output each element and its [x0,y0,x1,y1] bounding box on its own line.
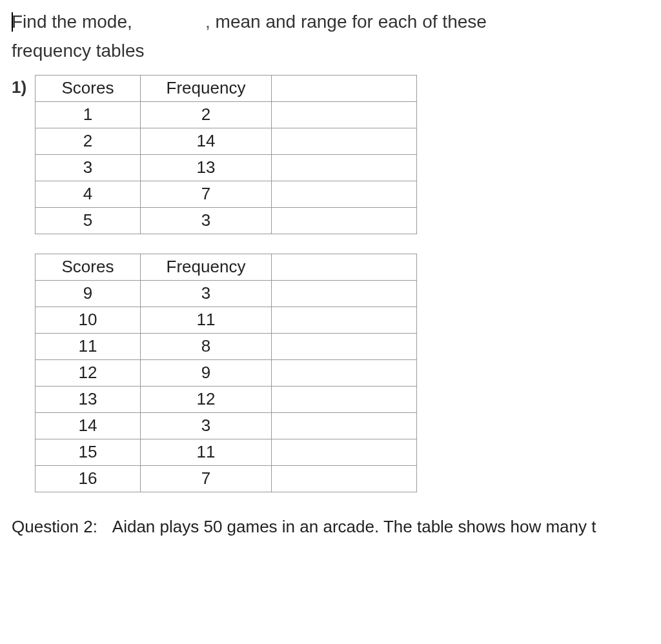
cell-score: 1 [36,101,141,128]
cell-score: 15 [36,439,141,465]
cell-score: 3 [36,154,141,181]
table-row: 10 11 [36,307,417,333]
table-row: 9 3 [36,280,417,307]
cell-score: 13 [36,386,141,412]
blank-cell [272,128,417,154]
cell-freq: 9 [141,359,272,386]
question-2-text: Aidan plays 50 games in an arcade. The t… [112,517,596,536]
table-row: Scores Frequency [36,75,417,101]
frequency-table-2: Scores Frequency 9 3 10 11 11 8 12 9 13 … [35,254,417,492]
table-row: 3 13 [36,154,417,181]
table-row: 12 9 [36,359,417,386]
cell-score: 14 [36,412,141,439]
blank-cell [272,412,417,439]
cell-score: 2 [36,128,141,154]
cell-freq: 3 [141,280,272,307]
table-row: 11 8 [36,333,417,359]
table-row: 2 14 [36,128,417,154]
header-scores: Scores [36,254,141,280]
cell-score: 4 [36,181,141,207]
blank-cell [272,359,417,386]
cell-freq: 14 [141,128,272,154]
prompt-line2: frequency tables [12,37,656,66]
cell-freq: 7 [141,465,272,492]
question-prompt: Find the mode, , mean and range for each… [12,8,656,66]
blank-cell [272,465,417,492]
prompt-line1-part2: , mean and range for each of these [205,8,487,37]
table-row: 1 2 [36,101,417,128]
table-row: 15 11 [36,439,417,465]
cell-score: 11 [36,333,141,359]
blank-cell [272,333,417,359]
table-row: 5 3 [36,207,417,234]
cell-freq: 11 [141,439,272,465]
cell-freq: 11 [141,307,272,333]
table-row: 14 3 [36,412,417,439]
cell-score: 5 [36,207,141,234]
header-frequency: Frequency [141,254,272,280]
table-row: 4 7 [36,181,417,207]
blank-cell [272,280,417,307]
blank-cell [272,154,417,181]
blank-cell [272,254,417,280]
blank-cell [272,307,417,333]
cell-score: 10 [36,307,141,333]
header-frequency: Frequency [141,75,272,101]
question-2-label: Question 2: [12,517,108,537]
table-row: Scores Frequency [36,254,417,280]
blank-cell [272,181,417,207]
cell-freq: 8 [141,333,272,359]
cell-freq: 3 [141,207,272,234]
cell-freq: 7 [141,181,272,207]
blank-cell [272,207,417,234]
cell-score: 12 [36,359,141,386]
cell-freq: 13 [141,154,272,181]
table-row: 16 7 [36,465,417,492]
cell-freq: 2 [141,101,272,128]
header-scores: Scores [36,75,141,101]
blank-cell [272,439,417,465]
blank-cell [272,386,417,412]
blank-cell [272,101,417,128]
prompt-line1-part1: Find the mode, [12,8,205,37]
cell-freq: 12 [141,386,272,412]
cell-freq: 3 [141,412,272,439]
question-2: Question 2: Aidan plays 50 games in an a… [12,517,656,537]
item-number-1: 1) [12,75,35,97]
cell-score: 16 [36,465,141,492]
blank-cell [272,75,417,101]
frequency-table-1: Scores Frequency 1 2 2 14 3 13 4 7 5 3 [35,75,417,234]
cell-score: 9 [36,280,141,307]
table-row: 13 12 [36,386,417,412]
